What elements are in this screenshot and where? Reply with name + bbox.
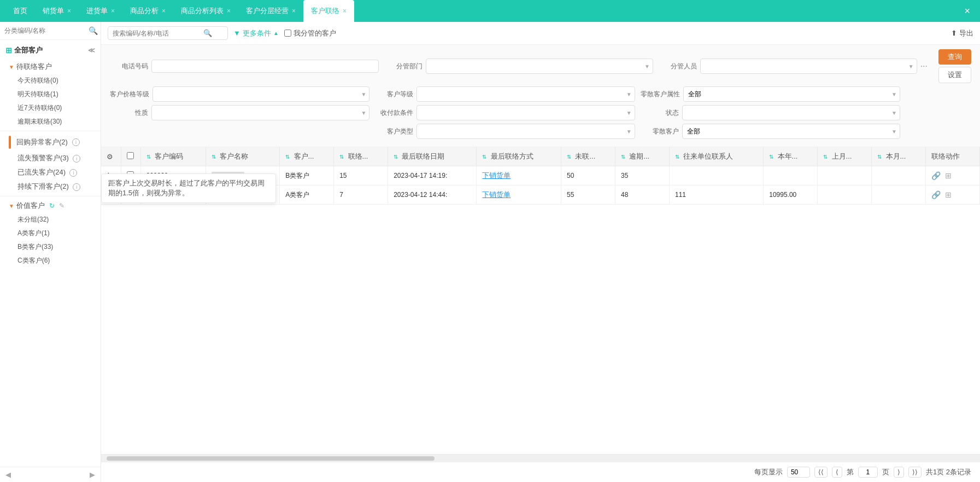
edit-icon[interactable]: ✎ [59, 202, 64, 210]
checkbox-col-header[interactable] [121, 147, 140, 166]
sidebar-item-class-a[interactable]: A类客户(1) [0, 227, 101, 240]
page-number-input[interactable] [858, 467, 878, 478]
ellipsis-button[interactable]: ··· [920, 61, 928, 71]
phone-input[interactable] [151, 60, 379, 73]
scroll-left-icon[interactable]: ◀ [5, 471, 11, 479]
price-level-select[interactable] [152, 86, 369, 102]
prev-page-button[interactable]: ⟨ [832, 467, 842, 478]
my-customers-checkbox[interactable] [284, 30, 291, 37]
link-action-icon[interactable]: 🔗 [931, 190, 941, 199]
sort-icon[interactable]: ⇅ [482, 154, 486, 160]
info-icon[interactable]: i [69, 169, 77, 177]
nav-item-purchase[interactable]: 进货单 × [79, 0, 122, 22]
sort-icon[interactable]: ⇅ [567, 154, 571, 160]
horizontal-scrollbar[interactable] [101, 454, 980, 462]
sidebar-search-input[interactable] [4, 27, 86, 34]
info-icon[interactable]: i [72, 138, 80, 146]
sidebar-group-pending-header[interactable]: ▼ 待联络客户 [0, 60, 101, 74]
info-icon[interactable]: i [73, 183, 80, 191]
scroll-right-icon[interactable]: ▶ [90, 471, 95, 479]
nav-item-sales[interactable]: 销货单 × [35, 0, 79, 22]
sort-icon[interactable]: ⇅ [394, 154, 398, 160]
nav-item-goods-analysis[interactable]: 商品分析 × [122, 0, 173, 22]
sort-icon[interactable]: ⇅ [823, 154, 828, 160]
sidebar-all-customers[interactable]: ⊞ 全部客户 ≪ [0, 43, 101, 57]
search-input[interactable] [113, 30, 200, 37]
next-page-button[interactable]: ⟩ [894, 467, 904, 478]
close-icon[interactable]: × [162, 7, 166, 15]
close-icon[interactable]: × [292, 7, 296, 15]
nav-item-home[interactable]: 首页 [5, 0, 35, 22]
collapse-icon[interactable]: ≪ [88, 47, 95, 54]
manager-select[interactable] [700, 59, 917, 74]
sidebar-item-tomorrow[interactable]: 明天待联络(1) [0, 88, 101, 101]
sidebar-item-declining[interactable]: 持续下滑客户(2) i [0, 179, 101, 194]
customer-type-select[interactable] [416, 124, 635, 139]
my-customers-checkbox-label[interactable]: 我分管的客户 [284, 28, 336, 38]
sort-icon[interactable]: ⇅ [621, 154, 625, 160]
nav-item-customer-contact[interactable]: 客户联络 × [303, 0, 354, 22]
retail-customer-label: 零散客户 [641, 127, 679, 136]
row-contact-2: 7 [334, 185, 388, 205]
table-settings-icon[interactable]: ⚙ [107, 153, 113, 161]
status-label: 状态 [641, 108, 679, 118]
retail-attr-select[interactable]: 全部 [683, 86, 900, 102]
sidebar-item-lost[interactable]: 已流失客户(24) i [0, 165, 101, 179]
last-method-link[interactable]: 下销货单 [482, 171, 510, 179]
page-size-select[interactable]: 50 [787, 467, 810, 478]
sidebar-item-overdue[interactable]: 逾期未联络(30) [0, 115, 101, 129]
sidebar-item-lost-warning[interactable]: 流失预警客户(3) i [0, 151, 101, 165]
sort-icon[interactable]: ⇅ [877, 154, 882, 160]
sort-icon[interactable]: ⇅ [212, 154, 216, 160]
sidebar-item-today[interactable]: 今天待联络(0) [0, 74, 101, 88]
settings-col-header[interactable]: ⚙ [101, 147, 121, 166]
search-icon[interactable]: 🔍 [203, 29, 212, 37]
sidebar-item-class-c[interactable]: C类客户(6) [0, 254, 101, 268]
scrollbar-thumb[interactable] [107, 456, 435, 461]
last-method-link[interactable]: 下销货单 [482, 190, 510, 199]
group-pending-label: 待联络客户 [16, 62, 52, 72]
sidebar-group-repurchase-header[interactable]: 回购异常客户(2) i [0, 133, 101, 151]
export-button[interactable]: ⬆ 导出 [951, 28, 973, 38]
status-select[interactable] [682, 105, 900, 120]
last-page-button[interactable]: ⟩⟩ [908, 467, 922, 478]
tooltip-text: 距客户上次交易时长，超过了此客户的平均交易周期的1.5倍，则视为异常。 [108, 179, 265, 197]
retail-customer-select[interactable]: 全部 [682, 124, 900, 139]
window-close-button[interactable]: × [960, 5, 975, 17]
dept-select[interactable] [426, 59, 653, 74]
link-action-icon[interactable]: 🔗 [931, 171, 941, 180]
nature-select[interactable] [151, 105, 369, 120]
refresh-icon[interactable]: ↻ [49, 202, 55, 210]
more-conditions-button[interactable]: ▼ 更多条件 ▲ [233, 28, 279, 38]
page-label: 第 [847, 467, 854, 477]
sidebar-item-class-b[interactable]: B类客户(33) [0, 240, 101, 254]
sort-icon[interactable]: ⇅ [146, 154, 151, 160]
setting-button[interactable]: 设置 [938, 67, 971, 83]
close-icon[interactable]: × [67, 7, 71, 15]
nav-item-goods-list[interactable]: 商品分析列表 × [173, 0, 238, 22]
sort-icon[interactable]: ⇅ [285, 154, 290, 160]
grid-action-icon[interactable]: ⊞ [945, 190, 952, 199]
close-icon[interactable]: × [227, 7, 231, 15]
sidebar-item-ungrouped[interactable]: 未分组(32) [0, 213, 101, 227]
sort-icon[interactable]: ⇅ [769, 154, 773, 160]
query-button[interactable]: 查询 [938, 49, 971, 65]
sidebar-item-7days[interactable]: 近7天待联络(0) [0, 101, 101, 115]
nav-item-customer-tier[interactable]: 客户分层经营 × [238, 0, 303, 22]
grid-action-icon[interactable]: ⊞ [945, 171, 952, 180]
info-icon[interactable]: i [73, 155, 80, 162]
top-navigation: 首页 销货单 × 进货单 × 商品分析 × 商品分析列表 × 客户分层经营 × … [0, 0, 980, 22]
payment-select[interactable] [416, 105, 635, 120]
sidebar-group-value-header[interactable]: ▼ 价值客户 ↻ ✎ [0, 199, 101, 213]
sort-icon[interactable]: ⇅ [675, 154, 679, 160]
close-icon[interactable]: × [111, 7, 115, 15]
col-overdue: ⇅ 逾期... [615, 147, 670, 166]
declining-label: 持续下滑客户(2) [17, 182, 69, 190]
close-icon[interactable]: × [343, 7, 347, 15]
sidebar-search-icon[interactable]: 🔍 [89, 26, 98, 35]
all-customers-label: 全部客户 [14, 45, 43, 55]
customer-level-select[interactable] [416, 86, 635, 102]
select-all-checkbox[interactable] [127, 152, 134, 159]
sort-icon[interactable]: ⇅ [339, 154, 344, 160]
first-page-button[interactable]: ⟨⟨ [814, 467, 828, 478]
